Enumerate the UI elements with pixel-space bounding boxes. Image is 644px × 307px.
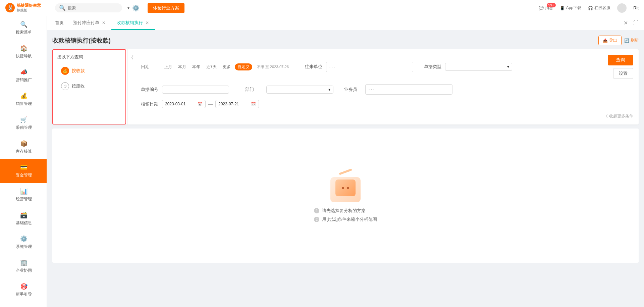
sidebar-item-purchase[interactable]: 🛒 采购管理 [0, 111, 47, 135]
sales-icon: 💰 [20, 92, 28, 100]
verify-date-start-value: 2023-03-01 [165, 102, 185, 106]
search-input[interactable] [68, 6, 118, 10]
counterparty-input[interactable]: ··· [326, 62, 413, 72]
filter-staff-field: 业务员 ··· [344, 84, 452, 95]
date-this-month[interactable]: 本月 [176, 63, 188, 70]
filter-option-by-receipt[interactable]: 💰 按收款 [57, 64, 121, 78]
export-label: 导出 [609, 38, 617, 43]
tab-verify-label: 收款核销执行 [117, 20, 143, 26]
empty-tips: 1 请先选择要分析的方案 2 用[过滤]条件来缩小分析范围 [314, 208, 377, 222]
collapse-left-icon: 《 [129, 55, 133, 61]
sidebar-item-inventory[interactable]: 📦 库存核算 [0, 135, 47, 159]
sidebar-item-guide[interactable]: 🎯 新手引导 [0, 278, 47, 302]
service-btn[interactable]: 🎧 在线客服 [588, 5, 610, 11]
sidebar-label-system: 系统管理 [16, 244, 32, 250]
purchase-icon: 🛒 [20, 116, 28, 123]
filter-actions: 查询 设置 [608, 55, 633, 79]
filter-row-3: 核销日期 2023-03-01 📅 — 2023-07-21 📅 [141, 100, 633, 108]
sidebar-item-system[interactable]: ⚙️ 系统管理 [0, 231, 47, 254]
sidebar-item-hardware[interactable]: 💡 智能硬件 [0, 302, 47, 307]
msg-icon: 💬 [539, 6, 544, 10]
staff-label: 业务员 [344, 87, 363, 93]
tab-expand-btn[interactable]: ⛶ [632, 19, 640, 28]
tab-verify[interactable]: 收款核销执行 ✕ [111, 16, 155, 30]
logo-icon: 🐰 [5, 3, 15, 12]
tip-text-1: 请先选择要分析的方案 [322, 208, 366, 214]
verify-date-end[interactable]: 2023-07-21 📅 [215, 100, 259, 108]
msg-btn[interactable]: 💬 消息 99+ [539, 5, 553, 11]
tab-close-all-btn[interactable]: ✕ [622, 18, 629, 28]
docnum-label: 单据编号 [141, 87, 159, 93]
calendar-start-icon: 📅 [198, 102, 203, 106]
tab-verify-close[interactable]: ✕ [145, 20, 150, 25]
page-actions: 📤 导出 🔄 刷新 [598, 36, 639, 45]
refresh-btn[interactable]: 🔄 刷新 [624, 38, 639, 43]
filter-doctype-field: 单据类型 ▾ [424, 63, 512, 71]
eye-right [347, 187, 349, 189]
empty-box-eyes [342, 187, 349, 189]
sidebar-item-quick[interactable]: 🏠 快捷导航 [0, 40, 47, 64]
tab-prepay-close[interactable]: ✕ [101, 20, 106, 25]
sidebar-item-basic[interactable]: 🗃️ 基础信息 [0, 207, 47, 231]
filter-row-1: 日期 上月 本月 本年 近7天 更多 自定义 不限 至 2023-07-26 [141, 55, 633, 79]
app-download-btn[interactable]: 📱 App下载 [560, 5, 581, 11]
search-icon: 🔍 [20, 21, 28, 28]
filter-panel-title: 按以下方查询 [57, 54, 121, 60]
filter-counterparty-field: 往来单位 ··· [305, 62, 413, 72]
logo-text-wrap: 畅捷通好生意 标准版 [17, 3, 41, 12]
dropdown-btn[interactable]: ▾ [127, 6, 129, 10]
query-btn[interactable]: 查询 [608, 55, 633, 65]
app-layout: 🔍 搜索菜单 🏠 快捷导航 📣 营销推广 💰 销售管理 🛒 采购管理 📦 库存核… [0, 16, 644, 307]
tip-text-2: 用[过滤]条件来缩小分析范围 [322, 216, 377, 222]
date-last-7days[interactable]: 近7天 [204, 63, 219, 70]
top-bar-right: 💬 消息 99+ 📱 App下载 🎧 在线客服 Rit [539, 3, 639, 13]
setting-btn[interactable]: 设置 [613, 68, 633, 79]
doctype-label: 单据类型 [424, 64, 442, 70]
sidebar-label-purchase: 采购管理 [16, 125, 32, 131]
search-box[interactable]: 🔍 [55, 3, 122, 12]
date-last-month[interactable]: 上月 [162, 63, 174, 70]
empty-tip-2: 2 用[过滤]条件来缩小分析范围 [314, 216, 377, 222]
staff-input[interactable]: ··· [365, 84, 452, 95]
chevron-down-icon: ▾ [507, 64, 509, 69]
verify-date-start[interactable]: 2023-03-01 📅 [162, 100, 206, 108]
filter-collapse-toggle[interactable]: 《 [127, 49, 134, 124]
doctype-select[interactable]: ▾ [445, 63, 512, 71]
finance-icon: 💳 [20, 164, 28, 171]
service-label: 在线客服 [594, 5, 610, 11]
sidebar-item-search[interactable]: 🔍 搜索菜单 [0, 16, 47, 40]
gear-icon[interactable]: ⚙️ [132, 4, 140, 12]
docnum-input[interactable] [162, 86, 229, 94]
app-label: App下载 [566, 5, 581, 11]
date-custom[interactable]: 自定义 [235, 63, 252, 70]
industry-btn[interactable]: 体验行业方案 [148, 3, 184, 13]
date-label: 日期 [141, 64, 159, 70]
sidebar-item-sales[interactable]: 💰 销售管理 [0, 88, 47, 111]
sidebar-item-marketing[interactable]: 📣 营销推广 [0, 64, 47, 88]
system-icon: ⚙️ [20, 235, 28, 243]
verify-date-end-value: 2023-07-21 [218, 102, 239, 106]
date-more[interactable]: 更多 [221, 63, 233, 70]
dept-select[interactable]: ▾ [266, 86, 333, 94]
sidebar-item-enterprise[interactable]: 🏢 企业协同 [0, 254, 47, 278]
sidebar-item-operations[interactable]: 📊 经营管理 [0, 183, 47, 207]
filter-dept-field: 部门 ▾ [245, 86, 333, 94]
avatar[interactable] [617, 3, 627, 13]
export-btn[interactable]: 📤 导出 [598, 36, 622, 45]
empty-state: 1 请先选择要分析的方案 2 用[过滤]条件来缩小分析范围 [52, 142, 639, 249]
filter-right: 日期 上月 本月 本年 近7天 更多 自定义 不限 至 2023-07-26 [136, 49, 639, 124]
empty-illustration [325, 169, 366, 202]
sidebar-label-quick: 快捷导航 [16, 53, 32, 59]
operations-icon: 📊 [20, 188, 28, 195]
page-header: 收款核销执行(按收款) 📤 导出 🔄 刷新 [52, 36, 639, 45]
date-this-year[interactable]: 本年 [190, 63, 202, 70]
logo-text: 畅捷通好生意 [17, 3, 41, 8]
sidebar-item-finance[interactable]: 💳 资金管理 [0, 159, 47, 183]
quick-icon: 🏠 [20, 45, 28, 52]
eye-left [342, 187, 344, 189]
tab-prepay[interactable]: 预付冲应付单 ✕ [68, 16, 111, 30]
tab-home[interactable]: 首页 [51, 16, 68, 30]
tab-bar-right: ✕ ⛶ [622, 18, 640, 28]
filter-option-by-receivable[interactable]: ⏱ 按应收 [57, 80, 121, 93]
collapse-more-btn[interactable]: 《 收起更多条件 [141, 113, 633, 119]
